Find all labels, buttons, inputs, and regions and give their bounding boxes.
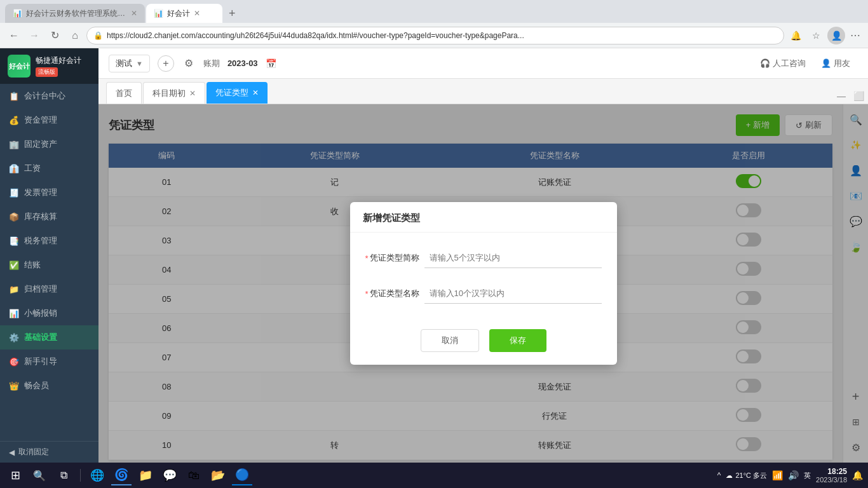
taskbar-edge[interactable]: 🌐 xyxy=(87,465,107,485)
sidebar-item-invoice[interactable]: 🧾 发票管理 xyxy=(0,180,98,205)
taskbar: ⊞ 🔍 ⧉ 🌐 🌀 📁 💬 🛍 📂 🔵 ^ ☁ 21°C 多云 📶 🔊 英 18… xyxy=(0,463,868,488)
tab-voucher-type[interactable]: 凭证类型 ✕ xyxy=(207,82,268,104)
dropdown-icon: ▼ xyxy=(136,60,143,67)
abbr-required: * xyxy=(365,254,369,263)
dialog-body: * 凭证类型简称 * 凭证类型名称 xyxy=(350,233,617,322)
sidebar-item-archive[interactable]: 📁 归档管理 xyxy=(0,277,98,301)
logo-name: 畅捷通好会计 xyxy=(36,55,81,66)
taskbar-search-button[interactable]: 🔍 xyxy=(29,465,50,485)
settle-icon: ✅ xyxy=(9,261,19,270)
taskbar-time-display[interactable]: 18:25 2023/3/18 xyxy=(816,467,847,484)
user-button[interactable]: 👤 用友 xyxy=(813,58,858,69)
archive-icon: 📁 xyxy=(9,285,19,294)
add-voucher-dialog: 新增凭证类型 * 凭证类型简称 * xyxy=(350,202,617,365)
sidebar-item-tax[interactable]: 📑 税务管理 xyxy=(0,229,98,253)
company-selector[interactable]: 测试 ▼ xyxy=(109,55,150,72)
notification-button[interactable]: 🔔 xyxy=(852,470,863,480)
tab2-favicon: 📊 xyxy=(154,9,163,18)
bookmark-button[interactable]: ☆ xyxy=(807,27,825,44)
sidebar-item-settle[interactable]: ✅ 结账 xyxy=(0,253,98,277)
lang-indicator: 英 xyxy=(804,471,811,480)
abbr-input[interactable] xyxy=(424,248,602,268)
pin-icon: ◀ xyxy=(9,448,15,457)
tab-subject[interactable]: 科目期初 ✕ xyxy=(143,82,205,104)
company-name: 测试 xyxy=(116,58,132,69)
sidebar-item-guide[interactable]: 🎯 新手引导 xyxy=(0,349,98,374)
abbr-label: * 凭证类型简称 xyxy=(365,252,419,264)
lock-icon: 🔒 xyxy=(93,31,103,40)
app-header: 测试 ▼ + ⚙ 账期 2023-03 📅 🎧 人工咨询 👤 用友 xyxy=(98,48,868,79)
browser-menu[interactable]: ⋯ xyxy=(848,27,863,44)
new-tab-button[interactable]: + xyxy=(224,7,241,20)
invoice-icon: 🧾 xyxy=(9,188,19,198)
tax-icon: 📑 xyxy=(9,236,19,246)
dashboard-icon: 📋 xyxy=(9,92,19,101)
taskbar-wechat[interactable]: 💬 xyxy=(159,465,180,485)
taskbar-tray: ^ ☁ 21°C 多云 📶 🔊 英 18:25 2023/3/18 🔔 xyxy=(717,467,863,484)
start-button[interactable]: ⊞ xyxy=(5,465,25,485)
extensions-button[interactable]: 🔔 xyxy=(787,27,804,44)
taskbar-explorer[interactable]: 📁 xyxy=(135,465,156,485)
sidebar-item-settings[interactable]: ⚙️ 基础设置 xyxy=(0,325,98,349)
settings-icon: ⚙️ xyxy=(9,333,19,342)
page-tab-bar: 首页 科目期初 ✕ 凭证类型 ✕ — ⬜ xyxy=(98,79,868,104)
browser-tab-inactive[interactable]: 📊 好会计云财务软件管理系统_会计 ✕ xyxy=(5,4,145,23)
tab1-favicon: 📊 xyxy=(13,9,22,18)
assets-icon: 🏢 xyxy=(9,140,19,149)
weather-info: ☁ 21°C 多云 xyxy=(726,471,767,480)
sound-icon[interactable]: 🔊 xyxy=(788,470,799,480)
back-button[interactable]: ← xyxy=(5,27,23,44)
dialog-overlay[interactable]: 新增凭证类型 * 凭证类型简称 * xyxy=(98,104,868,463)
sidebar-item-salary[interactable]: 👔 工资 xyxy=(0,156,98,180)
sidebar-item-report[interactable]: 📊 小畅报销 xyxy=(0,301,98,325)
user-icon: 👤 xyxy=(821,58,831,68)
tab2-label: 好会计 xyxy=(167,8,190,19)
system-tray-expand[interactable]: ^ xyxy=(717,471,721,480)
sidebar-item-member[interactable]: 👑 畅会员 xyxy=(0,374,98,398)
taskbar-store[interactable]: 🛍 xyxy=(184,465,204,485)
consult-button[interactable]: 🎧 人工咨询 xyxy=(760,58,806,69)
dialog-header: 新增凭证类型 xyxy=(350,202,617,233)
expand-panel-button[interactable]: ⬜ xyxy=(850,91,868,101)
sidebar-logo: 好会计 畅捷通好会计 流畅版 xyxy=(0,48,98,84)
cancel-button[interactable]: 取消 xyxy=(421,329,479,352)
sidebar-bottom[interactable]: ◀ 取消固定 xyxy=(0,441,98,463)
minimize-panel-button[interactable]: — xyxy=(833,91,850,101)
refresh-button[interactable]: ↻ xyxy=(46,27,64,44)
tab-subject-close[interactable]: ✕ xyxy=(189,89,196,98)
settings-cog-button[interactable]: ⚙ xyxy=(182,55,196,72)
add-company-button[interactable]: + xyxy=(158,55,174,72)
wifi-icon[interactable]: 📶 xyxy=(772,470,783,480)
taskbar-chrome[interactable]: 🌀 xyxy=(111,465,132,485)
date-display: 2023/3/18 xyxy=(816,476,847,484)
tab-voucher-close[interactable]: ✕ xyxy=(252,88,259,97)
tab-home-label: 首页 xyxy=(116,88,132,99)
guide-icon: 🎯 xyxy=(9,357,19,367)
browser-profile[interactable]: 👤 xyxy=(827,27,845,44)
sidebar: 好会计 畅捷通好会计 流畅版 📋 会计台中心 💰 资金管理 🏢 固定资产 👔 工… xyxy=(0,48,98,463)
sidebar-item-assets[interactable]: 🏢 固定资产 xyxy=(0,132,98,156)
logo-badge: 流畅版 xyxy=(36,67,58,77)
sidebar-item-dashboard[interactable]: 📋 会计台中心 xyxy=(0,84,98,108)
tab1-close[interactable]: ✕ xyxy=(131,9,137,18)
salary-icon: 👔 xyxy=(9,164,19,173)
name-input[interactable] xyxy=(424,283,602,304)
home-button[interactable]: ⌂ xyxy=(66,27,84,44)
tab-home[interactable]: 首页 xyxy=(106,82,142,104)
dialog-footer: 取消 保存 xyxy=(350,322,617,365)
browser-tab-active[interactable]: 📊 好会计 ✕ xyxy=(146,4,222,23)
save-button[interactable]: 保存 xyxy=(489,329,546,352)
period-label: 账期 xyxy=(203,58,220,69)
address-bar[interactable]: 🔒 https://cloud2.chanjet.com/accounting/… xyxy=(86,27,784,44)
taskbar-taskview[interactable]: ⧉ xyxy=(53,465,74,485)
forward-button[interactable]: → xyxy=(25,27,43,44)
sidebar-item-finance[interactable]: 💰 资金管理 xyxy=(0,108,98,132)
taskbar-files[interactable]: 📂 xyxy=(208,465,228,485)
abbr-form-group: * 凭证类型简称 xyxy=(365,248,602,268)
name-required: * xyxy=(365,289,369,299)
sidebar-item-inventory[interactable]: 📦 库存核算 xyxy=(0,205,98,229)
calendar-icon[interactable]: 📅 xyxy=(266,58,276,69)
tab1-label: 好会计云财务软件管理系统_会计 xyxy=(26,8,127,19)
tab2-close[interactable]: ✕ xyxy=(194,9,200,18)
taskbar-edge2[interactable]: 🔵 xyxy=(232,465,252,485)
